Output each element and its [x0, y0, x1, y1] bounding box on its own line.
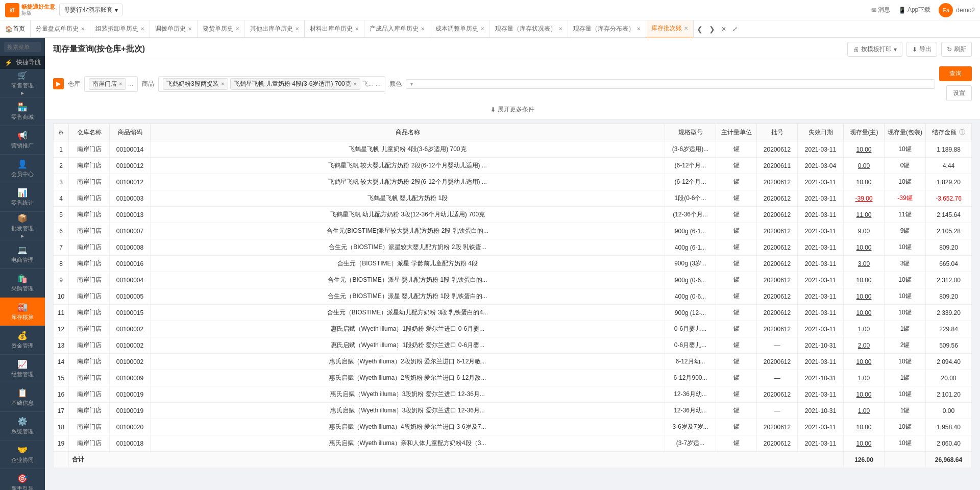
tab-close-icon[interactable]: ✕ [480, 26, 484, 32]
sidebar-item-marketing[interactable]: 📢 营销推广 [0, 126, 45, 155]
tab-close-icon[interactable]: ✕ [295, 26, 299, 32]
tab-split[interactable]: 分量盘点单历史 ✕ [31, 20, 90, 38]
filter-expand-btn[interactable]: ▶ [53, 78, 64, 89]
warehouse-tag-close[interactable]: ✕ [118, 81, 122, 87]
tab-stock-batch[interactable]: 库存批次账 ✕ [646, 20, 694, 38]
row-stock-main[interactable]: 10.00 [844, 174, 885, 190]
tab-next-btn[interactable]: ❯ [706, 25, 718, 33]
tab-stock-dist[interactable]: 现存量（库存分布表） ✕ [568, 20, 646, 38]
row-stock-main[interactable]: 3.00 [844, 256, 885, 272]
table-row: 17 南岸门店 00100019 惠氏启赋（Wyeth illuma）3段奶粉 … [54, 403, 972, 419]
sidebar-item-finance[interactable]: 💰 资金管理 [0, 326, 45, 355]
tab-close-icon[interactable]: ✕ [140, 26, 144, 32]
product-tag-2-close[interactable]: ✕ [353, 81, 357, 87]
retail-mall-icon: 🏪 [17, 102, 28, 112]
tab-prev-btn[interactable]: ❮ [694, 25, 706, 33]
sidebar-item-member[interactable]: 👤 会员中心 [0, 155, 45, 183]
tab-mix[interactable]: 调拨单历史 ✕ [150, 20, 198, 38]
row-stock-main[interactable]: 10.00 [844, 141, 885, 158]
tab-maximize-btn[interactable]: ⤢ [729, 26, 741, 33]
row-stock-main[interactable]: 10.00 [844, 435, 885, 452]
row-stock-main[interactable]: 1.00 [844, 370, 885, 386]
row-stock-main[interactable]: 10.00 [844, 386, 885, 403]
ecommerce-icon: 💻 [17, 245, 28, 255]
tab-close-icon[interactable]: ✕ [684, 26, 688, 31]
settings-icon[interactable]: ⚙ [58, 129, 64, 136]
sidebar-item-guide[interactable]: 🎯 新手引导 [0, 469, 45, 490]
tab-close-icon[interactable]: ✕ [188, 26, 192, 32]
sidebar-item-system[interactable]: ⚙️ 系统管理 [0, 412, 45, 440]
tab-close-icon[interactable]: ✕ [81, 26, 85, 32]
row-name: 合生元（BIOSTIME）派星较大婴儿配方奶粉 2段 乳铁蛋... [151, 239, 665, 256]
sidebar-item-retail[interactable]: 🛒 零售管理 ▶ [0, 69, 45, 97]
row-stock-main[interactable]: 10.00 [844, 419, 885, 435]
tab-product-in[interactable]: 产成品入库单历史 ✕ [364, 20, 430, 38]
page-title: 现存量查询(按仓库+批次) [53, 44, 145, 55]
tab-close-icon[interactable]: ✕ [421, 26, 425, 32]
row-stock-main[interactable]: 9.00 [844, 223, 885, 239]
sidebar-item-wholesale[interactable]: 📦 批发管理 ▶ [0, 212, 45, 240]
row-stock-main[interactable]: 10.00 [844, 272, 885, 288]
sidebar-item-basic[interactable]: 📋 基础信息 [0, 383, 45, 412]
tab-close-icon[interactable]: ✕ [235, 26, 239, 32]
user-area[interactable]: Ea demo2 [939, 3, 975, 17]
app-download-btn[interactable]: 📱 App下载 [898, 6, 930, 14]
row-code: 00100016 [110, 256, 151, 272]
expand-arrow-icon[interactable]: ▶ [53, 78, 64, 89]
tab-home[interactable]: 🏠 首页 [0, 20, 31, 38]
print-btn[interactable]: 🖨 按模板打印 ▾ [847, 42, 902, 57]
tab-close-icon[interactable]: ✕ [558, 26, 562, 32]
tab-material-out[interactable]: 材料出库单历史 ✕ [305, 20, 364, 38]
quick-nav-btn[interactable]: ⚡ 快捷导航 [0, 56, 45, 69]
balance-info-icon[interactable]: ⓘ [959, 129, 965, 136]
row-unit: 罐 [716, 370, 757, 386]
row-stock-main[interactable]: 2.00 [844, 337, 885, 354]
row-name: 飞鹤星飞帆 婴儿配方奶粉 1段 [151, 190, 665, 207]
tab-disassemble[interactable]: 组装拆卸单历史 ✕ [90, 20, 150, 38]
refresh-btn[interactable]: ↻ 刷新 [941, 42, 972, 57]
product-filter-box[interactable]: 飞鹤奶粉3段两提装 ✕ 飞鹤星飞帆 儿童奶粉 4段(3-6岁适用) 700克 ✕… [158, 76, 385, 92]
col-header-settings[interactable]: ⚙ [54, 124, 69, 141]
sidebar-item-retail-stats[interactable]: 📊 零售统计 [0, 183, 45, 212]
tab-receipt[interactable]: 要货单历史 ✕ [198, 20, 245, 38]
tab-other-out[interactable]: 其他出库单历史 ✕ [245, 20, 305, 38]
row-batch: 20200612 [757, 272, 798, 288]
query-btn[interactable]: 查询 [939, 66, 972, 81]
sidebar-item-retail-mall[interactable]: 🏪 零售商城 [0, 97, 45, 126]
product-tag-1-close[interactable]: ✕ [220, 81, 225, 87]
setting-btn[interactable]: 设置 [946, 85, 972, 101]
export-btn[interactable]: ⬇ 导出 [906, 42, 937, 57]
tab-close-all-btn[interactable]: ✕ [718, 26, 729, 33]
sidebar-item-ecommerce[interactable]: 💻 电商管理 [0, 240, 45, 269]
table-row: 2 南岸门店 00100012 飞鹤星飞帆 较大婴儿配方奶粉 2段(6-12个月… [54, 158, 972, 174]
search-input[interactable] [4, 42, 41, 52]
row-stock-main[interactable]: 10.00 [844, 305, 885, 321]
row-stock-main[interactable]: 10.00 [844, 288, 885, 305]
sidebar-item-enterprise[interactable]: 🤝 企业协同 [0, 440, 45, 469]
sidebar-item-purchase[interactable]: 🛍️ 采购管理 [0, 269, 45, 298]
sidebar-item-inventory[interactable]: 🏭 库存核算 [0, 298, 45, 326]
color-filter-box[interactable]: ▾ [406, 79, 935, 89]
expand-more-btn[interactable]: ⬇ 展开更多条件 [53, 105, 972, 114]
row-stock-main[interactable]: 11.00 [844, 207, 885, 223]
row-stock-main[interactable]: -39.00 [844, 190, 885, 207]
tab-cost-adjust[interactable]: 成本调整单历史 ✕ [430, 20, 490, 38]
row-stock-main[interactable]: 10.00 [844, 239, 885, 256]
row-number: 8 [54, 256, 69, 272]
message-btn[interactable]: ✉ 消息 [871, 6, 890, 14]
row-unit: 罐 [716, 174, 757, 190]
row-stock-main[interactable]: 1.00 [844, 321, 885, 337]
warehouse-filter-box[interactable]: 南岸门店 ✕ ... [84, 76, 138, 92]
account-selector[interactable]: 母婴行业演示账套 ▾ [59, 4, 122, 16]
tab-close-icon[interactable]: ✕ [636, 26, 641, 32]
row-warehouse: 南岸门店 [69, 158, 110, 174]
row-stock-main[interactable]: 0.00 [844, 158, 885, 174]
row-spec: 400g (0-6... [665, 288, 716, 305]
row-stock-main[interactable]: 10.00 [844, 354, 885, 370]
sidebar-item-operations[interactable]: 📈 经营管理 [0, 355, 45, 383]
row-stock-pack: 10罐 [885, 141, 926, 158]
row-stock-main[interactable]: 1.00 [844, 403, 885, 419]
row-batch: — [757, 337, 798, 354]
tab-close-icon[interactable]: ✕ [355, 26, 359, 32]
tab-stock-status[interactable]: 现存量（库存状况表） ✕ [490, 20, 568, 38]
